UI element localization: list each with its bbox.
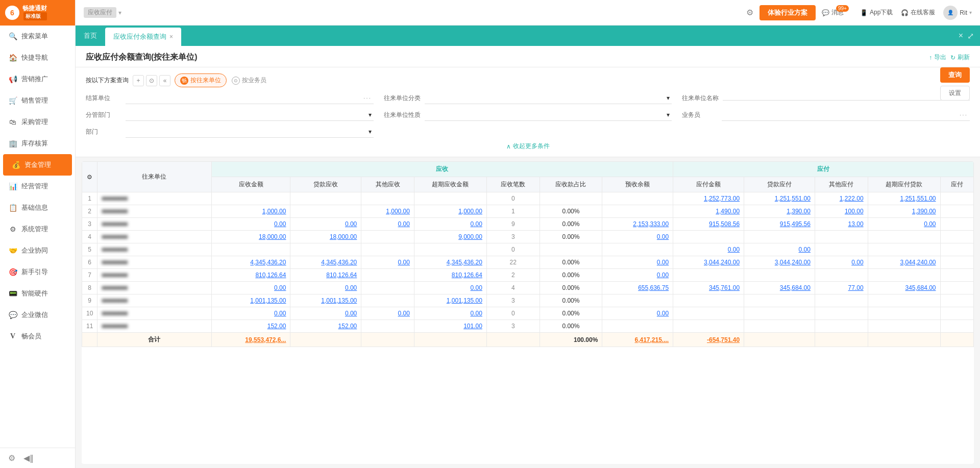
unit-name-input[interactable] [723, 96, 970, 101]
gear-col-header[interactable]: ⚙ [82, 162, 97, 192]
app-download-btn[interactable]: 📱 App下载 [860, 8, 893, 17]
dept-input[interactable]: ▾ [126, 109, 374, 121]
sidebar-item-purchase[interactable]: 🛍 采购管理 [0, 111, 75, 133]
window-close-btn[interactable]: × [959, 31, 963, 40]
row-ar-other[interactable]: 1,000.00 [361, 205, 414, 218]
row-ap-amount[interactable]: 1,252,773.00 [673, 192, 744, 205]
row-ap-overdue[interactable]: 0.00 [868, 218, 940, 231]
row-ap-other[interactable]: 1,222.00 [815, 192, 868, 205]
tab-receivable[interactable]: 应收应付余额查询 × [105, 28, 181, 46]
row-ap-loan[interactable]: 915,495.56 [744, 218, 815, 231]
row-ar-loan[interactable]: 0.00 [290, 282, 361, 294]
window-expand-btn[interactable]: ⤢ [967, 31, 974, 41]
row-ar-prepay[interactable]: 0.00 [602, 269, 673, 282]
row-ap-amount[interactable]: 345,761.00 [673, 282, 744, 294]
row-ap-amount[interactable]: 0.00 [673, 243, 744, 256]
row-ar-amount[interactable]: 1,000.00 [211, 205, 290, 218]
row-ap-loan[interactable]: 1,390.00 [744, 205, 815, 218]
row-ar-loan[interactable]: 4,345,436.20 [290, 256, 361, 269]
row-ap-overdue[interactable]: 1,390.00 [868, 205, 940, 218]
sidebar-item-marketing[interactable]: 📢 营销推广 [0, 68, 75, 90]
row-ar-loan[interactable]: 1,001,135.00 [290, 294, 361, 307]
row-ar-amount[interactable]: 4,345,436.20 [211, 256, 290, 269]
row-ap-other[interactable]: 0.00 [815, 256, 868, 269]
total-ar-amount[interactable]: 19,553,472,6... [211, 333, 290, 347]
row-ar-prepay[interactable]: 0.00 [602, 256, 673, 269]
tab-close-icon[interactable]: × [169, 33, 173, 40]
row-ar-prepay[interactable]: 2,153,333.00 [602, 218, 673, 231]
collapse-icon[interactable]: ◀‖ [23, 453, 34, 463]
row-ar-amount[interactable]: 0.00 [211, 307, 290, 320]
sidebar-item-capital[interactable]: 💰 资金管理 [3, 154, 72, 176]
sidebar-item-wechat[interactable]: 💬 企业微信 [0, 304, 75, 326]
row-ap-amount[interactable]: 915,508.56 [673, 218, 744, 231]
row-ar-prepay[interactable]: 0.00 [602, 307, 673, 320]
row-ar-other[interactable]: 0.00 [361, 218, 414, 231]
row-ar-overdue[interactable]: 9,000.00 [414, 231, 486, 243]
row-ap-overdue[interactable]: 345,684.00 [868, 282, 940, 294]
sidebar-item-sales[interactable]: 🛒 销售管理 [0, 90, 75, 111]
row-ar-amount[interactable]: 1,001,135.00 [211, 294, 290, 307]
row-ap-other[interactable]: 77.00 [815, 282, 868, 294]
sub-dept-input[interactable]: ▾ [126, 126, 374, 138]
scheme-by-unit[interactable]: 畅 按往来单位 [175, 73, 227, 87]
row-ar-overdue[interactable]: 101.00 [414, 320, 486, 333]
unit-category-input[interactable]: ▾ [425, 92, 672, 104]
row-ar-amount[interactable]: 18,000.00 [211, 231, 290, 243]
sidebar-item-hardware[interactable]: 📟 智能硬件 [0, 283, 75, 304]
row-ar-loan[interactable]: 152.00 [290, 320, 361, 333]
row-ap-loan[interactable]: 3,044,240.00 [744, 256, 815, 269]
row-ap-overdue[interactable]: 1,251,551.00 [868, 192, 940, 205]
row-ap-other[interactable]: 100.00 [815, 205, 868, 218]
sidebar-item-operations[interactable]: 📊 经营管理 [0, 176, 75, 197]
refresh-btn[interactable]: ↻ 刷新 [950, 53, 970, 62]
sidebar-item-basic[interactable]: 📋 基础信息 [0, 197, 75, 218]
sidebar-item-newbie[interactable]: 🎯 新手引导 [0, 261, 75, 283]
sidebar-item-member[interactable]: V 畅会员 [0, 326, 75, 347]
collapse-btn[interactable]: ∧ 收起更多条件 [506, 142, 550, 151]
sidebar-item-enterprise[interactable]: 🤝 企业协同 [0, 240, 75, 261]
row-ap-loan[interactable]: 0.00 [744, 243, 815, 256]
sidebar-item-system[interactable]: ⚙ 系统管理 [0, 218, 75, 240]
export-btn[interactable]: ↑ 导出 [929, 53, 946, 62]
row-ar-overdue[interactable]: 0.00 [414, 218, 486, 231]
add-scheme-btn[interactable]: + [133, 75, 144, 86]
row-ar-overdue[interactable]: 0.00 [414, 282, 486, 294]
service-btn[interactable]: 🎧 在线客服 [901, 8, 935, 17]
total-ar-prepay[interactable]: 6,417,215.... [602, 333, 673, 347]
row-ap-other[interactable]: 13.00 [815, 218, 868, 231]
set-btn[interactable]: 设置 [940, 86, 970, 101]
row-ar-loan[interactable]: 0.00 [290, 218, 361, 231]
industry-btn[interactable]: 体验行业方案 [760, 5, 816, 20]
unit-nature-input[interactable]: ▾ [425, 109, 672, 121]
table-scroll[interactable]: ⚙ 往来单位 应收 应付 应收金额 贷款应收 其他应收 超期应收金额 应收笔数 … [82, 161, 974, 464]
row-ar-loan[interactable]: 18,000.00 [290, 231, 361, 243]
messages-btn[interactable]: 💬 消息 99+ [822, 8, 844, 17]
row-ar-amount[interactable]: 0.00 [211, 218, 290, 231]
query-btn[interactable]: 查询 [940, 67, 970, 83]
row-ar-amount[interactable]: 810,126.64 [211, 269, 290, 282]
scheme-settings-btn[interactable]: ⊙ [146, 75, 157, 86]
row-ap-amount[interactable]: 1,490.00 [673, 205, 744, 218]
row-ar-overdue[interactable]: 4,345,436.20 [414, 256, 486, 269]
user-menu[interactable]: 👤 Rit ▾ [943, 6, 972, 20]
row-ar-prepay[interactable]: 655,636.75 [602, 282, 673, 294]
row-ar-overdue[interactable]: 1,001,135.00 [414, 294, 486, 307]
scheme-by-salesman[interactable]: ⊙ 按业务员 [227, 73, 272, 87]
row-ar-amount[interactable]: 152.00 [211, 320, 290, 333]
salesman-input[interactable]: ··· [722, 109, 970, 121]
row-ar-amount[interactable]: 0.00 [211, 282, 290, 294]
gear-icon[interactable]: ⚙ [746, 8, 753, 17]
sidebar-item-search[interactable]: 🔍 搜索菜单 [0, 26, 75, 47]
row-ar-loan[interactable]: 810,126.64 [290, 269, 361, 282]
settings-icon[interactable]: ⚙ [8, 453, 15, 463]
row-ar-overdue[interactable]: 810,126.64 [414, 269, 486, 282]
breadcrumb-chevron[interactable]: ▾ [118, 9, 121, 16]
scheme-collapse-btn[interactable]: « [159, 75, 170, 86]
row-ar-prepay[interactable]: 0.00 [602, 231, 673, 243]
row-ar-other[interactable]: 0.00 [361, 256, 414, 269]
row-ar-overdue[interactable]: 1,000.00 [414, 205, 486, 218]
total-ap-amount[interactable]: -654,751.40 [673, 333, 744, 347]
row-ar-loan[interactable]: 0.00 [290, 307, 361, 320]
row-ar-overdue[interactable]: 0.00 [414, 307, 486, 320]
